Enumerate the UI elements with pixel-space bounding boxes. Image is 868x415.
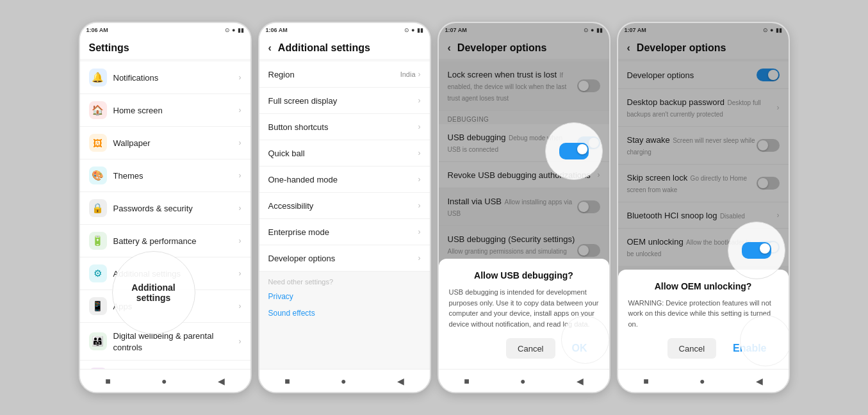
- quick-ball-label: Quick ball: [268, 149, 305, 158]
- phone2-status-bar: 1:06 AM ⊙ ● ▮▮: [259, 23, 430, 37]
- phone1-signal-icon: ⊙: [225, 27, 230, 33]
- phone3-dialog-body: USB debugging is intended for developmen…: [449, 287, 599, 329]
- phone1-settings-list: 🔔 Notifications › 🏠 Home screen › 🖼 Wall…: [80, 59, 250, 369]
- settings-item-one-handed[interactable]: One-handed mode ›: [259, 167, 430, 193]
- settings-item-additional[interactable]: ⚙ Additional settings ›: [80, 257, 250, 290]
- phone3-dialog-buttons: Cancel OK: [449, 338, 599, 359]
- settings-item-button-shortcuts[interactable]: Button shortcuts ›: [259, 114, 430, 140]
- passwords-chevron: ›: [239, 204, 242, 213]
- phone3-frame: 1:07 AM ⊙ ● ▮▮ ‹ Developer options Lock …: [438, 22, 610, 393]
- settings-item-accessibility[interactable]: Accessibility ›: [259, 193, 430, 219]
- phone3-dialog: Allow USB debugging? USB debugging is in…: [439, 259, 609, 369]
- homescreen-label: Home screen: [113, 106, 163, 115]
- phone2-nav-back[interactable]: ◀: [389, 373, 412, 389]
- themes-chevron: ›: [239, 171, 242, 180]
- settings-item-full-screen[interactable]: Full screen display ›: [259, 88, 430, 114]
- phone3-nav-back[interactable]: ◀: [569, 373, 591, 389]
- settings-item-quick-ball[interactable]: Quick ball ›: [259, 140, 430, 167]
- themes-icon: 🎨: [89, 167, 107, 184]
- phone4-bottom-nav: ■ ● ◀: [618, 369, 789, 392]
- phone2-nav-circle[interactable]: ●: [333, 373, 354, 389]
- screenshots-container: 1:06 AM ⊙ ● ▮▮ Settings 🔔 Notifications …: [79, 22, 790, 393]
- phone3-ok-button[interactable]: OK: [561, 338, 599, 359]
- phone2-time: 1:06 AM: [266, 27, 288, 33]
- button-shortcuts-chevron: ›: [418, 122, 421, 131]
- settings-item-region[interactable]: Region India ›: [259, 61, 430, 88]
- accessibility-chevron: ›: [418, 201, 421, 210]
- passwords-label: Passwords & security: [113, 204, 193, 213]
- region-label: Region: [268, 70, 295, 79]
- phone3-cancel-button[interactable]: Cancel: [506, 338, 555, 359]
- developer-label: Developer options: [268, 254, 336, 263]
- notifications-icon: 🔔: [89, 69, 107, 86]
- phone4-nav-square[interactable]: ■: [635, 373, 656, 389]
- phone4-enable-button[interactable]: Enable: [721, 338, 778, 359]
- quick-ball-chevron: ›: [418, 149, 421, 158]
- phone2-status-icons: ⊙ ● ▮▮: [404, 27, 423, 33]
- additional-label: Additional settings: [113, 269, 181, 279]
- wallpaper-icon: 🖼: [89, 134, 107, 152]
- phone3-nav-circle[interactable]: ●: [512, 373, 533, 389]
- wallpaper-label: Wallpaper: [113, 138, 151, 148]
- phone2-title: Additional settings: [278, 42, 370, 54]
- settings-item-homescreen[interactable]: 🏠 Home screen ›: [80, 94, 250, 127]
- phone1-time: 1:06 AM: [86, 27, 108, 33]
- settings-item-developer[interactable]: Developer options ›: [259, 245, 430, 272]
- phone1-battery-icon: ▮▮: [238, 27, 244, 33]
- settings-item-enterprise[interactable]: Enterprise mode ›: [259, 219, 430, 245]
- settings-item-passwords[interactable]: 🔒 Passwords & security ›: [80, 192, 250, 225]
- settings-item-wallpaper[interactable]: 🖼 Wallpaper ›: [80, 127, 250, 159]
- apps-label: Apps: [113, 302, 133, 311]
- notifications-label: Notifications: [113, 73, 159, 83]
- developer-chevron: ›: [418, 254, 421, 263]
- additional-icon: ⚙: [89, 264, 107, 282]
- full-screen-chevron: ›: [418, 96, 421, 105]
- region-value: India: [400, 70, 416, 78]
- accessibility-label: Accessibility: [268, 201, 314, 211]
- enterprise-label: Enterprise mode: [268, 227, 329, 237]
- phone3-dialog-title: Allow USB debugging?: [449, 270, 599, 281]
- button-shortcuts-label: Button shortcuts: [268, 122, 329, 132]
- digital-label: Digital wellbeing & parental controls: [113, 331, 214, 352]
- phone2-back-arrow[interactable]: ‹: [268, 42, 272, 54]
- settings-item-special[interactable]: ✨ Special features ›: [80, 361, 250, 369]
- phone4-dialog-buttons: Cancel Enable: [628, 338, 778, 359]
- phone2-frame: 1:06 AM ⊙ ● ▮▮ ‹ Additional settings Reg…: [258, 22, 431, 393]
- phone1-nav-square[interactable]: ■: [97, 373, 118, 389]
- need-settings-text: Need other settings?: [259, 272, 430, 288]
- phone1-status-icons: ⊙ ● ▮▮: [225, 27, 243, 33]
- settings-item-apps[interactable]: 📱 Apps ›: [80, 290, 250, 323]
- full-screen-label: Full screen display: [268, 96, 338, 106]
- digital-chevron: ›: [239, 337, 242, 346]
- apps-icon: 📱: [89, 297, 107, 315]
- region-chevron: ›: [418, 70, 421, 79]
- settings-item-digital[interactable]: 👨‍👩‍👧 Digital wellbeing & parental contr…: [80, 323, 250, 361]
- phone1-bottom-nav: ■ ● ◀: [80, 369, 250, 392]
- settings-item-notifications[interactable]: 🔔 Notifications ›: [80, 61, 250, 94]
- phone1-status-bar: 1:06 AM ⊙ ● ▮▮: [80, 23, 250, 37]
- phone4-frame: 1:07 AM ⊙ ● ▮▮ ‹ Developer options Devel…: [617, 22, 790, 393]
- passwords-icon: 🔒: [89, 199, 107, 217]
- additional-chevron: ›: [239, 269, 242, 278]
- battery-icon: 🔋: [89, 232, 107, 250]
- enterprise-chevron: ›: [418, 227, 421, 236]
- phone1-nav-back[interactable]: ◀: [210, 373, 233, 389]
- privacy-link[interactable]: Privacy: [259, 288, 430, 305]
- digital-icon: 👨‍👩‍👧: [89, 332, 107, 350]
- settings-item-battery[interactable]: 🔋 Battery & performance ›: [80, 225, 250, 257]
- settings-item-themes[interactable]: 🎨 Themes ›: [80, 159, 250, 192]
- phone4-dialog-overlay: Allow OEM unlocking? WARNING: Device pro…: [618, 23, 789, 369]
- sound-effects-link[interactable]: Sound effects: [259, 305, 430, 321]
- phone2-settings-list: Region India › Full screen display › But…: [259, 59, 430, 369]
- wallpaper-chevron: ›: [239, 138, 242, 147]
- phone2-nav-square[interactable]: ■: [277, 373, 297, 389]
- phone1-nav-circle[interactable]: ●: [154, 373, 174, 389]
- phone2-wifi-icon: ●: [411, 27, 414, 33]
- phone4-nav-back[interactable]: ◀: [748, 373, 771, 389]
- phone4-nav-circle[interactable]: ●: [692, 373, 712, 389]
- battery-label: Battery & performance: [113, 236, 197, 246]
- phone3-nav-square[interactable]: ■: [456, 373, 477, 389]
- phone3-dialog-overlay: Allow USB debugging? USB debugging is in…: [439, 23, 609, 369]
- phone4-cancel-button[interactable]: Cancel: [667, 338, 716, 359]
- phone3-bottom-nav: ■ ● ◀: [439, 369, 609, 392]
